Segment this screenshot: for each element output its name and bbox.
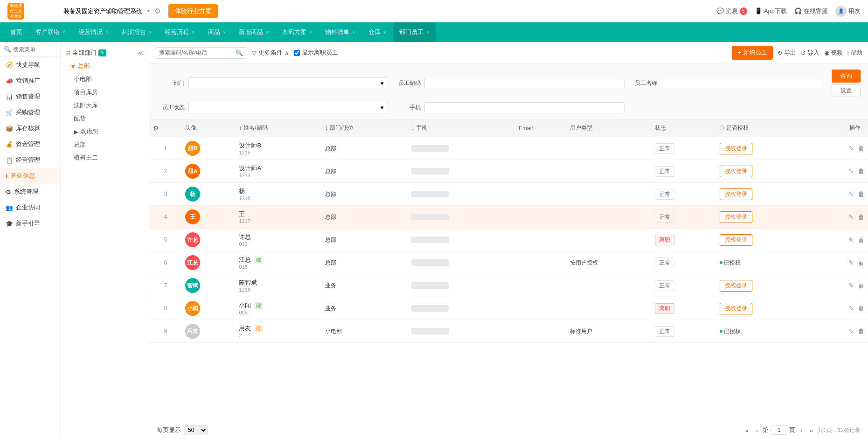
empname-filter-input[interactable] — [661, 78, 824, 89]
edit-icon[interactable]: ✎ — [848, 167, 854, 175]
user-area[interactable]: 👤 用友 — [835, 6, 861, 17]
show-resigned-checkbox[interactable]: 显示离职员工 — [294, 49, 338, 57]
close-icon[interactable]: × — [105, 29, 108, 35]
sidebar-item-shortcut[interactable]: 🧭 快捷导航 — [0, 57, 60, 73]
close-icon[interactable]: × — [352, 29, 355, 35]
more-conditions-btn[interactable]: ▽ 更多条件 ∧ — [252, 49, 289, 57]
delete-icon[interactable]: 🗑 — [858, 305, 864, 312]
view-button[interactable]: ◉ 视频 — [824, 49, 843, 57]
dept-item-peihuo[interactable]: 配货 — [61, 112, 149, 125]
export-button[interactable]: ↻ 导出 — [778, 49, 796, 57]
import-button[interactable]: ↺ 导入 — [801, 49, 819, 57]
tab-operation[interactable]: 经营情况× — [72, 22, 115, 42]
edit-icon[interactable]: ✎ — [848, 236, 854, 244]
edit-icon[interactable]: ✎ — [848, 259, 854, 266]
dept-edit-icon[interactable]: ✎ — [98, 49, 106, 56]
trial-button[interactable]: 体验行业方案 — [168, 4, 218, 18]
close-icon[interactable]: × — [192, 29, 194, 35]
query-button[interactable]: 查询 — [832, 70, 861, 83]
search-input[interactable] — [159, 49, 234, 56]
sidebar-item-sales[interactable]: 📊 销售管理 — [0, 89, 60, 105]
close-icon[interactable]: × — [383, 29, 386, 35]
auth-button[interactable]: 授权登录 — [720, 280, 752, 292]
dept-item-shenyang[interactable]: 沈阳大库 — [61, 99, 149, 112]
delete-icon[interactable]: 🗑 — [858, 145, 864, 152]
next-page-btn[interactable]: › — [797, 426, 805, 435]
dept-item-zhishu[interactable]: 植树王二 — [61, 151, 149, 164]
tab-bom[interactable]: 物料清单× — [319, 22, 361, 42]
delete-icon[interactable]: 🗑 — [858, 282, 864, 289]
sidebar-item-purchase[interactable]: 🛒 采购管理 — [0, 105, 60, 120]
col-name[interactable]: ↕ 姓名/编码 — [235, 119, 321, 137]
delete-icon[interactable]: 🗑 — [858, 167, 864, 175]
auth-button[interactable]: 授权登录 — [720, 188, 752, 200]
tab-goods[interactable]: 商品× — [201, 22, 232, 42]
all-dept-item[interactable]: ⊞ 全部部门 ✎ ≪ — [61, 46, 149, 60]
col-dept[interactable]: ↕ 部门/职位 — [321, 119, 408, 137]
tab-history[interactable]: 经营历程× — [158, 22, 201, 42]
close-icon[interactable]: × — [426, 29, 429, 35]
delete-icon[interactable]: 🗑 — [858, 213, 864, 221]
messages-button[interactable]: 💬 消息 5 — [716, 7, 747, 15]
sidebar-item-basic-info[interactable]: ℹ 基础信息 — [0, 168, 60, 184]
dept-filter-select[interactable]: ▾ — [188, 77, 388, 89]
app-download-button[interactable]: 📱 App下载 — [755, 7, 787, 15]
first-page-btn[interactable]: « — [743, 426, 751, 435]
tab-customer[interactable]: 客户联络× — [29, 22, 72, 42]
delete-icon[interactable]: 🗑 — [858, 328, 864, 335]
edit-icon[interactable]: ✎ — [848, 213, 854, 221]
delete-icon[interactable]: 🗑 — [858, 259, 864, 266]
close-icon[interactable]: × — [309, 29, 312, 35]
page-number-input[interactable] — [771, 425, 787, 435]
system-dropdown-icon[interactable]: ▼ — [146, 8, 151, 14]
gear-icon[interactable]: ⚙ — [154, 7, 161, 15]
empcode-filter-input[interactable] — [424, 78, 624, 89]
tab-add-goods[interactable]: 新增商品× — [232, 22, 275, 42]
auth-button[interactable]: 授权登录 — [720, 143, 752, 154]
dept-item-zongbu[interactable]: ▼ 总部 — [61, 60, 149, 73]
per-page-select[interactable]: 50 20 100 — [184, 425, 208, 435]
edit-icon[interactable]: ✎ — [848, 305, 854, 312]
sidebar-item-system[interactable]: ⚙ 系统管理 — [0, 184, 60, 200]
delete-icon[interactable]: 🗑 — [858, 236, 864, 244]
delete-icon[interactable]: 🗑 — [858, 190, 864, 198]
auth-button[interactable]: 授权登录 — [720, 211, 752, 223]
sidebar-item-marketing[interactable]: 📣 营销推广 — [0, 73, 60, 89]
auth-button[interactable]: 授权登录 — [720, 234, 752, 246]
close-icon[interactable]: × — [62, 29, 65, 35]
dept-item-shuanglu[interactable]: ▶ 双虑想 — [61, 125, 149, 138]
auth-button[interactable]: 授权登录 — [720, 303, 752, 314]
tab-barcode[interactable]: 条码方案× — [276, 22, 319, 42]
reset-button[interactable]: 设置 — [832, 84, 861, 97]
col-settings[interactable]: ⚙ — [149, 119, 181, 137]
sidebar-item-collab[interactable]: 👥 企业协同 — [0, 200, 60, 216]
tab-home[interactable]: 首页 — [4, 22, 29, 42]
phone-filter-input[interactable] — [424, 102, 624, 113]
sidebar-item-operation-mgmt[interactable]: 📋 经营管理 — [0, 152, 60, 168]
sidebar-item-guide[interactable]: 🎓 新手引导 — [0, 216, 60, 231]
sidebar-search-box[interactable]: 🔍 — [0, 42, 60, 57]
close-icon[interactable]: × — [266, 29, 269, 35]
sidebar-item-finance[interactable]: 💰 资金管理 — [0, 136, 60, 152]
add-employee-button[interactable]: + 新增员工 — [732, 46, 772, 60]
close-icon[interactable]: × — [149, 29, 152, 35]
auth-button[interactable]: 授权登录 — [720, 166, 752, 177]
online-service-button[interactable]: 🎧 在线客服 — [794, 7, 828, 15]
tab-warehouse[interactable]: 仓库× — [362, 22, 393, 42]
last-page-btn[interactable]: » — [807, 426, 816, 435]
edit-icon[interactable]: ✎ — [848, 145, 854, 152]
empstatus-filter-select[interactable]: ▾ — [188, 102, 388, 113]
collapse-icon[interactable]: ≪ — [138, 49, 144, 56]
col-phone[interactable]: ↕ 手机 — [408, 119, 515, 137]
tab-profit[interactable]: 利润报告× — [115, 22, 158, 42]
edit-icon[interactable]: ✎ — [848, 328, 854, 335]
dept-item-project[interactable]: 项目库房 — [61, 86, 149, 99]
help-button[interactable]: | 帮助 — [847, 49, 862, 57]
sidebar-item-inventory[interactable]: 📦 库存核算 — [0, 120, 60, 136]
sidebar-search-input[interactable] — [13, 46, 61, 53]
dept-item-zongbu2[interactable]: 总部 — [61, 138, 149, 151]
edit-icon[interactable]: ✎ — [848, 190, 854, 198]
edit-icon[interactable]: ✎ — [848, 282, 854, 289]
close-icon[interactable]: × — [223, 29, 226, 35]
search-box[interactable]: 🔍 — [155, 47, 247, 59]
